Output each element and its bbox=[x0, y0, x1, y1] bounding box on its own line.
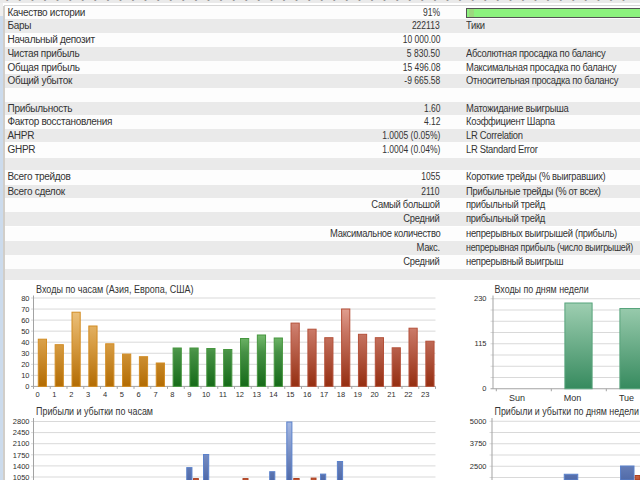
svg-text:1050: 1050 bbox=[13, 473, 30, 480]
svg-text:30: 30 bbox=[21, 349, 29, 358]
svg-text:23: 23 bbox=[421, 390, 429, 399]
svg-text:20: 20 bbox=[370, 390, 378, 399]
svg-text:0: 0 bbox=[25, 382, 29, 391]
svg-text:2: 2 bbox=[69, 390, 73, 399]
svg-text:21: 21 bbox=[387, 390, 395, 399]
svg-text:20: 20 bbox=[21, 360, 29, 369]
svg-text:8: 8 bbox=[170, 390, 174, 399]
svg-text:7: 7 bbox=[153, 390, 157, 399]
svg-text:Sun: Sun bbox=[509, 393, 525, 403]
svg-text:115: 115 bbox=[475, 339, 487, 348]
svg-text:80: 80 bbox=[21, 294, 29, 303]
svg-text:5000: 5000 bbox=[470, 417, 487, 426]
svg-text:Входы по часам (Азия, Европа,: Входы по часам (Азия, Европа, США) bbox=[36, 284, 194, 295]
svg-text:22: 22 bbox=[404, 390, 412, 399]
svg-text:Tue: Tue bbox=[619, 393, 634, 403]
svg-text:1400: 1400 bbox=[13, 462, 30, 471]
svg-text:Прибыли и убытки по часам: Прибыли и убытки по часам bbox=[36, 406, 153, 417]
svg-text:10: 10 bbox=[202, 390, 210, 399]
svg-text:1750: 1750 bbox=[13, 451, 30, 460]
svg-text:50: 50 bbox=[21, 327, 29, 336]
svg-text:3750: 3750 bbox=[470, 439, 487, 448]
svg-text:230: 230 bbox=[474, 294, 487, 303]
svg-text:Входы по дням недели: Входы по дням недели bbox=[495, 284, 589, 295]
svg-text:1: 1 bbox=[52, 390, 56, 399]
svg-text:0: 0 bbox=[36, 390, 40, 399]
svg-text:19: 19 bbox=[354, 390, 362, 399]
svg-text:10: 10 bbox=[21, 371, 29, 380]
svg-text:12: 12 bbox=[236, 390, 244, 399]
svg-text:5: 5 bbox=[120, 390, 124, 399]
svg-text:4: 4 bbox=[103, 390, 107, 399]
svg-text:13: 13 bbox=[252, 390, 260, 399]
svg-text:18: 18 bbox=[337, 390, 345, 399]
svg-text:17: 17 bbox=[320, 390, 328, 399]
svg-text:2800: 2800 bbox=[13, 417, 30, 426]
svg-text:14: 14 bbox=[269, 390, 277, 399]
svg-text:15: 15 bbox=[286, 390, 294, 399]
svg-text:60: 60 bbox=[21, 316, 29, 325]
svg-text:11: 11 bbox=[219, 390, 227, 399]
svg-text:Прибыли и убытки по дням недел: Прибыли и убытки по дням недели bbox=[495, 406, 640, 417]
svg-text:9: 9 bbox=[187, 390, 191, 399]
svg-text:0: 0 bbox=[482, 384, 486, 393]
svg-text:2500: 2500 bbox=[470, 462, 487, 471]
svg-text:Mon: Mon bbox=[564, 393, 582, 403]
svg-text:6: 6 bbox=[137, 390, 141, 399]
svg-text:2450: 2450 bbox=[13, 428, 30, 437]
svg-text:2100: 2100 bbox=[13, 439, 30, 448]
svg-text:40: 40 bbox=[21, 338, 29, 347]
svg-text:70: 70 bbox=[21, 305, 29, 314]
svg-text:16: 16 bbox=[303, 390, 311, 399]
svg-text:3: 3 bbox=[86, 390, 90, 399]
